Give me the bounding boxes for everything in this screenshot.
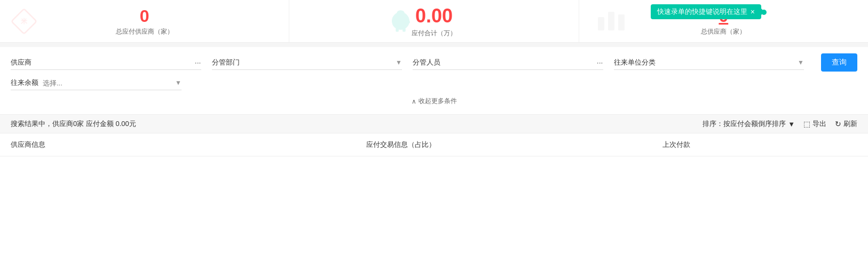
person-label: 分管人员: [413, 58, 440, 67]
department-input[interactable]: [244, 58, 396, 66]
diamond-icon: 米: [11, 8, 37, 35]
results-info: 搜索结果中，供应商0家 应付金额 0.00元: [11, 119, 136, 129]
export-button[interactable]: ⬚ 导出: [803, 119, 826, 129]
supplier-label: 供应商: [11, 58, 31, 67]
balance-filter: 往来余额 ▼: [11, 76, 182, 90]
svg-text:米: 米: [20, 18, 28, 25]
department-filter: 分管部门 ▼: [212, 56, 403, 70]
payable-total-label: 应付合计（万）: [412, 29, 456, 38]
tooltip-close-button[interactable]: ×: [751, 7, 755, 16]
results-bar: 搜索结果中，供应商0家 应付金额 0.00元 排序：按应付会额倒序排序 ▼ ⬚ …: [0, 115, 868, 133]
results-actions: 排序：按应付会额倒序排序 ▼ ⬚ 导出 ↻ 刷新: [703, 119, 857, 129]
refresh-button[interactable]: ↻ 刷新: [835, 119, 857, 129]
svg-rect-9: [598, 17, 604, 30]
col-last-payment-header: 上次付款: [662, 140, 857, 150]
unit-filter: 往来单位分类 ▼: [614, 56, 804, 70]
chart-icon: [595, 6, 627, 33]
export-icon: ⬚: [803, 120, 810, 128]
sort-label: 排序：按应付会额倒序排序: [703, 119, 786, 129]
unit-label: 往来单位分类: [614, 58, 656, 67]
department-label: 分管部门: [212, 58, 240, 67]
person-input[interactable]: [445, 58, 597, 66]
filter-row-2: 往来余额 ▼: [11, 76, 182, 90]
svg-rect-7: [403, 28, 406, 32]
balance-input[interactable]: [43, 79, 175, 87]
summary-item-payable-suppliers: 米 0 总应付供应商（家）: [0, 0, 289, 42]
department-dropdown-icon[interactable]: ▼: [396, 59, 402, 66]
supplier-input[interactable]: [36, 58, 195, 66]
sort-dropdown[interactable]: 排序：按应付会额倒序排序 ▼: [703, 119, 795, 129]
col-transaction-info-header: 应付交易信息（占比）: [366, 140, 662, 150]
table-header: 供应商信息 应付交易信息（占比） 上次付款: [0, 133, 868, 156]
svg-point-5: [403, 17, 406, 20]
svg-point-3: [395, 17, 398, 20]
svg-rect-11: [618, 14, 625, 30]
summary-item-payable-total: 0.00 应付合计（万）: [289, 0, 579, 42]
collapse-label: 收起更多条件: [419, 97, 457, 106]
svg-point-8: [405, 20, 410, 24]
collapse-row: ∧ 收起更多条件: [11, 95, 857, 110]
payable-suppliers-label: 总应付供应商（家）: [116, 27, 173, 36]
balance-label: 往来余额: [11, 78, 38, 88]
unit-dropdown-icon[interactable]: ▼: [798, 59, 804, 66]
payable-total-number: 0.00: [415, 4, 453, 27]
balance-dropdown-icon[interactable]: ▼: [175, 79, 182, 87]
pig-icon: [386, 5, 415, 35]
svg-point-4: [397, 10, 405, 16]
person-dots-icon[interactable]: ···: [597, 58, 603, 67]
refresh-icon: ↻: [835, 120, 841, 128]
unit-input[interactable]: [660, 58, 798, 66]
query-button[interactable]: 查询: [821, 53, 857, 72]
summary-bar: 米 0 总应付供应商（家） 0.00 应付合计（万） 快速录单的快捷键说明在这里…: [0, 0, 868, 43]
tooltip-bubble: 快速录单的快捷键说明在这里 ×: [651, 4, 761, 19]
svg-rect-6: [396, 28, 399, 32]
collapse-up-icon: ∧: [412, 98, 416, 105]
content-area: [0, 156, 868, 275]
payable-suppliers-number: 0: [140, 6, 149, 26]
supplier-filter: 供应商 ···: [11, 56, 201, 70]
supplier-dots-icon[interactable]: ···: [195, 58, 201, 67]
filter-area: 供应商 ··· 分管部门 ▼ 分管人员 ··· 往来单位分类 ▼ 查询 往来余额: [0, 47, 868, 115]
tooltip-text: 快速录单的快捷键说明在这里: [657, 7, 747, 17]
export-label: 导出: [812, 119, 826, 129]
col-supplier-info-header: 供应商信息: [11, 140, 366, 150]
refresh-label: 刷新: [843, 119, 857, 129]
sort-chevron-icon: ▼: [788, 120, 795, 128]
total-suppliers-label: 总供应商（家）: [701, 27, 746, 36]
person-filter: 分管人员 ···: [413, 56, 603, 70]
summary-item-total-suppliers: 快速录单的快捷键说明在这里 × 0 总供应商（家）: [579, 0, 868, 42]
collapse-button[interactable]: ∧ 收起更多条件: [412, 97, 457, 106]
filter-row-1: 供应商 ··· 分管部门 ▼ 分管人员 ··· 往来单位分类 ▼ 查询: [11, 53, 857, 72]
svg-rect-10: [608, 12, 614, 30]
